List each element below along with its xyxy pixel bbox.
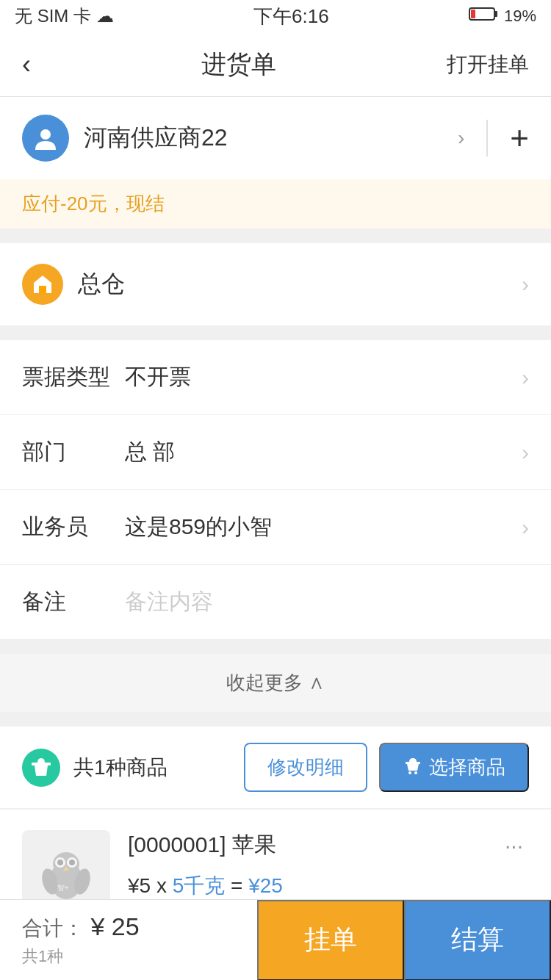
page-title: 进货单 bbox=[201, 48, 276, 82]
form-section: 票据类型 不开票 › 部门 总 部 › 业务员 这是859的小智 › 备注 备注… bbox=[0, 340, 551, 639]
product-count-text: 共1种商品 bbox=[73, 754, 244, 782]
warehouse-row[interactable]: 总仓 › bbox=[0, 243, 551, 325]
svg-point-7 bbox=[408, 771, 411, 774]
unit-price: ¥5 bbox=[128, 874, 151, 897]
bottom-total: 合计： ¥ 25 共1种 bbox=[0, 912, 257, 968]
battery-percent: 19% bbox=[504, 7, 536, 26]
svg-rect-4 bbox=[39, 286, 46, 293]
warehouse-name: 总仓 bbox=[78, 268, 522, 300]
svg-rect-1 bbox=[494, 11, 497, 17]
remark-row[interactable]: 备注 备注内容 bbox=[0, 565, 551, 639]
pending-button[interactable]: 挂单 bbox=[257, 900, 404, 981]
supplier-chevron-icon: › bbox=[458, 126, 464, 150]
svg-point-8 bbox=[414, 771, 417, 774]
notice-bar: 应付-20元，现结 bbox=[0, 179, 551, 228]
select-product-button[interactable]: 选择商品 bbox=[379, 743, 529, 792]
product-more-button[interactable]: ··· bbox=[499, 830, 529, 861]
department-label: 部门 bbox=[22, 437, 125, 467]
invoice-type-row[interactable]: 票据类型 不开票 › bbox=[0, 340, 551, 415]
bottom-bar: 合计： ¥ 25 共1种 挂单 结算 bbox=[0, 899, 551, 980]
salesperson-value: 这是859的小智 bbox=[125, 512, 522, 542]
multiply-sign: x bbox=[156, 874, 173, 897]
department-value: 总 部 bbox=[125, 437, 522, 467]
collapse-bar[interactable]: 收起更多 ∧ bbox=[0, 654, 551, 712]
supplier-row[interactable]: 河南供应商22 › + bbox=[0, 97, 551, 179]
cart-icon bbox=[403, 754, 423, 780]
equals-sign: = bbox=[231, 874, 248, 897]
status-left: 无 SIM 卡 ☁ bbox=[15, 4, 114, 28]
total-value: ¥ 25 bbox=[90, 912, 139, 940]
product-name: [0000001] 苹果 bbox=[128, 830, 499, 860]
product-qty: 5千克 bbox=[173, 874, 226, 897]
nav-bar: ‹ 进货单 打开挂单 bbox=[0, 32, 551, 97]
supplier-divider bbox=[486, 120, 488, 156]
warehouse-chevron-icon: › bbox=[522, 272, 529, 297]
status-bar: 无 SIM 卡 ☁ 下午6:16 19% bbox=[0, 0, 551, 32]
battery-icon bbox=[469, 7, 498, 26]
department-row[interactable]: 部门 总 部 › bbox=[0, 415, 551, 490]
back-button[interactable]: ‹ bbox=[22, 49, 31, 80]
total-amount: 合计： ¥ 25 bbox=[22, 912, 235, 943]
svg-rect-6 bbox=[406, 762, 420, 764]
warehouse-section: 总仓 › bbox=[0, 243, 551, 325]
total-label: 合计： bbox=[22, 917, 84, 940]
edit-detail-button[interactable]: 修改明细 bbox=[244, 743, 367, 792]
svg-point-14 bbox=[69, 860, 75, 865]
invoice-type-value: 不开票 bbox=[125, 362, 522, 392]
add-supplier-button[interactable]: + bbox=[510, 120, 529, 156]
products-header: 共1种商品 修改明细 选择商品 bbox=[0, 727, 551, 808]
status-right: 19% bbox=[469, 7, 536, 26]
product-code: [0000001] bbox=[128, 832, 226, 857]
svg-rect-5 bbox=[32, 763, 51, 765]
supplier-avatar bbox=[22, 115, 69, 162]
remark-input[interactable]: 备注内容 bbox=[125, 587, 529, 617]
warehouse-icon bbox=[22, 264, 63, 305]
sim-status: 无 SIM 卡 ☁ bbox=[15, 4, 114, 28]
product-price: ¥5 x 5千克 = ¥25 bbox=[128, 872, 499, 900]
product-count-icon bbox=[22, 749, 60, 787]
product-name-text: 苹果 bbox=[232, 832, 276, 857]
svg-point-13 bbox=[57, 860, 63, 865]
supplier-section: 河南供应商22 › + 应付-20元，现结 bbox=[0, 97, 551, 228]
open-pending-button[interactable]: 打开挂单 bbox=[447, 51, 529, 79]
salesperson-label: 业务员 bbox=[22, 512, 125, 542]
svg-point-3 bbox=[40, 129, 51, 140]
invoice-type-label: 票据类型 bbox=[22, 362, 125, 392]
total-count: 共1种 bbox=[22, 945, 235, 968]
remark-label: 备注 bbox=[22, 587, 125, 617]
product-info: [0000001] 苹果 ¥5 x 5千克 = ¥25 bbox=[128, 830, 499, 900]
salesperson-row[interactable]: 业务员 这是859的小智 › bbox=[0, 490, 551, 565]
salesperson-chevron-icon: › bbox=[522, 515, 529, 540]
invoice-type-chevron-icon: › bbox=[522, 365, 529, 390]
supplier-name: 河南供应商22 bbox=[84, 122, 458, 154]
svg-rect-2 bbox=[471, 10, 475, 18]
checkout-button[interactable]: 结算 bbox=[404, 900, 551, 981]
department-chevron-icon: › bbox=[522, 440, 529, 465]
svg-text:智+: 智+ bbox=[57, 884, 69, 892]
product-total: ¥25 bbox=[248, 874, 283, 897]
status-time: 下午6:16 bbox=[253, 4, 329, 29]
select-product-label: 选择商品 bbox=[429, 754, 505, 780]
